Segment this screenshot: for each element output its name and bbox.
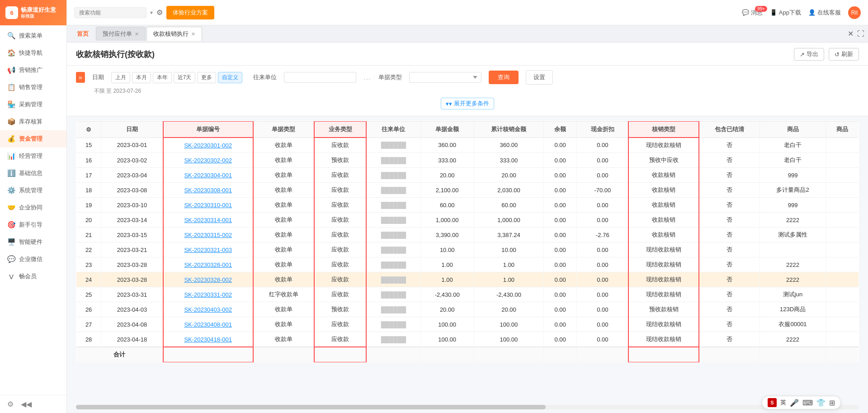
row-ordernum[interactable]: SK-20230408-001: [163, 317, 253, 332]
message-icon: 💬: [742, 9, 749, 16]
row-date: 2023-04-03: [101, 302, 163, 317]
row-date: 2023-03-01: [101, 138, 163, 153]
row-doctype: 收款单: [253, 272, 315, 287]
row-ordernum[interactable]: SK-20230304-001: [163, 168, 253, 183]
row-ordernum[interactable]: SK-20230310-001: [163, 198, 253, 213]
microphone-icon[interactable]: 🎤: [790, 399, 799, 407]
row-ordernum[interactable]: SK-20230328-002: [163, 272, 253, 287]
order-link[interactable]: SK-20230315-002: [184, 232, 232, 238]
order-link[interactable]: SK-20230408-001: [184, 321, 232, 328]
tab-collect[interactable]: 收款核销执行 ✕: [146, 27, 202, 41]
order-link[interactable]: SK-20230304-001: [184, 172, 232, 179]
order-link[interactable]: SK-20230302-002: [184, 157, 232, 164]
expand-filter-button[interactable]: ▾▾ 展开更多条件: [441, 98, 494, 109]
filter-toggle-button[interactable]: »: [76, 72, 85, 83]
row-goods2: [826, 153, 859, 168]
more-date-btn[interactable]: 更多: [197, 72, 216, 83]
export-button[interactable]: ↗ 导出: [794, 48, 824, 61]
sidebar-item-sales[interactable]: 📋 销售管理: [0, 79, 66, 96]
row-ordernum[interactable]: SK-20230403-002: [163, 302, 253, 317]
last-7-days-btn[interactable]: 近7天: [174, 72, 196, 83]
sidebar-item-purchase[interactable]: 🏪 采购管理: [0, 96, 66, 113]
row-ordernum[interactable]: SK-20230302-002: [163, 153, 253, 168]
order-link[interactable]: SK-20230328-002: [184, 276, 232, 283]
order-link[interactable]: SK-20230308-001: [184, 187, 232, 194]
tab-prepay-close-icon[interactable]: ✕: [135, 31, 139, 37]
col-gear-header[interactable]: ⚙: [76, 121, 101, 138]
sidebar-item-label: 企业微信: [19, 255, 42, 263]
col-partner-header: 往来单位: [366, 121, 420, 138]
settings-gear-icon[interactable]: ⚙: [156, 8, 163, 17]
row-ordernum[interactable]: SK-20230314-001: [163, 213, 253, 228]
filter-expand-row: ▾▾ 展开更多条件: [76, 98, 859, 109]
header-search-input[interactable]: [74, 7, 146, 18]
row-amount: 60.00: [420, 198, 474, 213]
tab-fullscreen-button[interactable]: ⛶: [857, 29, 864, 38]
row-ordernum[interactable]: SK-20230418-001: [163, 332, 253, 347]
row-ordernum[interactable]: SK-20230315-002: [163, 228, 253, 242]
doc-type-select[interactable]: [409, 72, 481, 83]
tab-collect-close-icon[interactable]: ✕: [191, 31, 195, 37]
refresh-button[interactable]: ↺ 刷新: [829, 48, 859, 61]
user-avatar[interactable]: Rit: [848, 6, 861, 19]
order-link[interactable]: SK-20230331-002: [184, 291, 232, 298]
order-link[interactable]: SK-20230418-001: [184, 336, 232, 343]
sidebar-item-hardware[interactable]: 🖥️ 智能硬件: [0, 233, 66, 251]
online-service[interactable]: 👤 在线客服: [808, 9, 841, 17]
sidebar-item-system[interactable]: ⚙️ 系统管理: [0, 182, 66, 199]
order-link[interactable]: SK-20230310-001: [184, 202, 232, 209]
row-goods: 2222: [760, 257, 826, 272]
sidebar-item-wechat[interactable]: 💬 企业微信: [0, 251, 66, 268]
horizontal-scrollbar[interactable]: [76, 405, 859, 409]
sidebar-item-basic[interactable]: ℹ️ 基础信息: [0, 165, 66, 182]
settings-icon[interactable]: ⚙: [7, 400, 14, 408]
order-link[interactable]: SK-20230314-001: [184, 217, 232, 223]
message-badge[interactable]: 💬 消息 99+: [742, 9, 763, 17]
row-ordernum[interactable]: SK-20230331-002: [163, 287, 253, 302]
order-link[interactable]: SK-20230328-001: [184, 261, 232, 268]
clothing-icon[interactable]: 👕: [816, 399, 826, 407]
solution-button[interactable]: 体验行业方案: [166, 6, 214, 19]
row-includesettled: 否: [699, 287, 760, 302]
row-goods2: [826, 332, 859, 347]
row-canceltype: 预收中应收: [628, 153, 699, 168]
sidebar-item-guide[interactable]: 🎯 新手引导: [0, 216, 66, 233]
row-doctype: 收款单: [253, 153, 315, 168]
last-month-btn[interactable]: 上月: [111, 72, 130, 83]
order-link[interactable]: SK-20230403-002: [184, 306, 232, 313]
custom-date-btn[interactable]: 自定义: [218, 72, 242, 83]
row-ordernum[interactable]: SK-20230308-001: [163, 183, 253, 198]
order-link[interactable]: SK-20230301-002: [184, 142, 232, 149]
row-goods2: [826, 317, 859, 332]
order-link[interactable]: SK-20230321-003: [184, 247, 232, 253]
sidebar-item-inventory[interactable]: 📦 库存核算: [0, 113, 66, 130]
tab-close-all-button[interactable]: ✕: [848, 29, 854, 38]
row-ordernum[interactable]: SK-20230321-003: [163, 242, 253, 257]
partner-input[interactable]: [284, 72, 356, 83]
sidebar-item-member[interactable]: V 畅会员: [0, 268, 66, 285]
this-month-btn[interactable]: 本月: [132, 72, 151, 83]
sidebar-item-finance[interactable]: 💰 资金管理: [0, 130, 66, 147]
sidebar-item-search[interactable]: 🔍 搜索菜单: [0, 27, 66, 44]
sidebar-item-operations[interactable]: 📊 经营管理: [0, 147, 66, 165]
keyboard-icon[interactable]: ⌨: [802, 399, 813, 407]
tab-prepay[interactable]: 预付应付单 ✕: [96, 27, 146, 41]
sidebar-item-corp[interactable]: 🤝 企业协同: [0, 199, 66, 216]
sidebar-item-marketing[interactable]: 📢 营销推广: [0, 62, 66, 79]
collapse-icon[interactable]: ◀◀: [21, 400, 32, 408]
grid-icon[interactable]: ⊞: [829, 399, 835, 407]
table-wrapper[interactable]: ⚙ 日期 单据编号 单据类型 业务类型 往来单位 单据金额 累计核销金额 余额 …: [67, 116, 868, 405]
col-discount-header: 现金折扣: [577, 121, 629, 138]
sidebar-item-nav[interactable]: 🏠 快捷导航: [0, 44, 66, 62]
footer-ordernum: [163, 347, 253, 362]
logo-text-main: 畅康道好生意: [21, 6, 56, 14]
row-canceltype: 现结收款核销: [628, 257, 699, 272]
query-button[interactable]: 查询: [489, 71, 519, 84]
app-download[interactable]: 📱 App下载: [770, 9, 801, 17]
table-settings-button[interactable]: 设置: [526, 70, 553, 85]
this-year-btn[interactable]: 本年: [153, 72, 172, 83]
row-partner: ██████: [366, 242, 420, 257]
tab-home[interactable]: 首页: [71, 27, 95, 41]
row-ordernum[interactable]: SK-20230328-001: [163, 257, 253, 272]
row-ordernum[interactable]: SK-20230301-002: [163, 138, 253, 153]
